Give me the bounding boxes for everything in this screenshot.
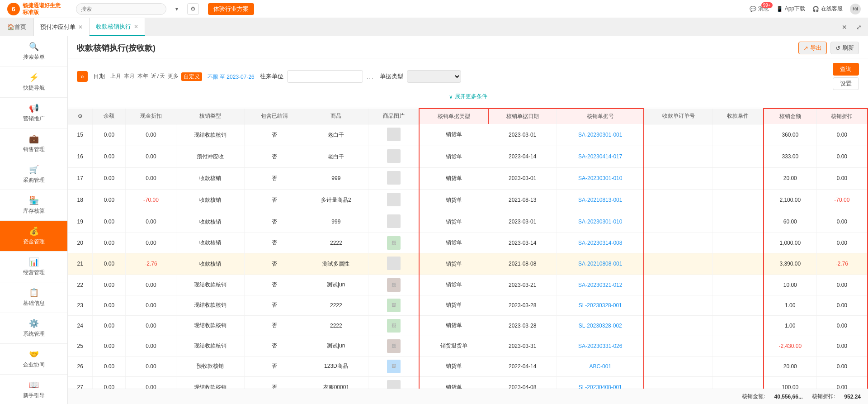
tab-home[interactable]: 🏠 首页 — [0, 18, 34, 36]
product-image-cell: 🖼 — [368, 233, 420, 253]
footer-total-discount: 952.24 — [844, 394, 861, 400]
table-row: 190.000.00收款核销否999销货单2023-03-01SA-202303… — [68, 211, 868, 233]
sidebar-item-guide[interactable]: 📖 新手引导 — [0, 375, 67, 404]
bill-type-select[interactable] — [407, 70, 461, 83]
app-logo: 6 畅捷通谱好生意 标准版 — [7, 2, 71, 15]
sidebar-item-collab[interactable]: 🤝 企业协同 — [0, 344, 67, 375]
bill-no-link[interactable]: SA-20230314-008 — [578, 240, 622, 246]
avatar[interactable]: Rit — [850, 4, 861, 14]
gear-icon: ⚙️ — [29, 318, 39, 328]
app-download[interactable]: 📱 App下载 — [776, 5, 805, 13]
date-last-month[interactable]: 上月 — [110, 72, 121, 81]
table-row: 240.000.00现结收款核销否2222🖼销货单2023-03-28SL-20… — [68, 315, 868, 336]
download-icon: 📱 — [776, 6, 783, 12]
sidebar-item-search[interactable]: 🔍 搜索菜单 — [0, 36, 67, 67]
data-table: ⚙ 余额 现金折扣 核销类型 包含已结清 商品 商品图片 核销单据类型 核销单据… — [68, 108, 868, 389]
col-verify-discount: 核销折扣 — [816, 109, 868, 124]
gear-icon[interactable]: ⚙ — [187, 3, 199, 15]
export-icon: ↗ — [803, 45, 808, 52]
filter-bar: » 日期 上月 本月 本年 近7天 更多 自定义 不限 至 2023-07-26… — [68, 58, 868, 108]
home-icon: 🏠 — [7, 24, 14, 30]
tab-close-prepay[interactable]: ✕ — [78, 24, 83, 30]
product-image-placeholder: 🖼 — [387, 236, 401, 250]
bell-icon: 💬 — [750, 6, 756, 12]
refresh-button[interactable]: ↺ 刷新 — [830, 42, 859, 54]
book-icon: 📖 — [29, 380, 39, 390]
col-verify-type: 核销类型 — [176, 109, 245, 124]
bill-no-link[interactable]: SA-20230301-001 — [578, 132, 622, 138]
col-bill-type: 核销单据类型 — [419, 109, 488, 124]
table-row: 160.000.00预付冲应收否老白干销货单2023-04-14SA-20230… — [68, 146, 868, 167]
col-include-settled: 包含已结清 — [245, 109, 304, 124]
page-header: 收款核销执行(按收款) ↗ 导出 ↺ 刷新 — [68, 36, 868, 58]
bill-no-link[interactable]: SA-20230414-017 — [578, 153, 622, 160]
product-image-placeholder: 🖼 — [387, 360, 401, 373]
bill-type-label: 单据类型 — [380, 72, 403, 81]
bill-no-link[interactable]: SA-20230331-026 — [578, 343, 622, 349]
sidebar-item-purchase[interactable]: 🛒 采购管理 — [0, 159, 67, 190]
date-7days[interactable]: 近7天 — [151, 72, 165, 81]
product-image-placeholder — [387, 128, 401, 141]
expand-conditions-btn[interactable]: ∨ 展开更多条件 — [77, 93, 859, 100]
logo-icon: 6 — [7, 3, 20, 15]
online-service[interactable]: 🎧 在线客服 — [812, 5, 843, 13]
table-row: 250.000.00现结收款核销否测试jun🖼销货退货单2023-03-31SA… — [68, 336, 868, 356]
col-bill-date: 核销单据日期 — [488, 109, 557, 124]
sidebar: 🔍 搜索菜单 ⚡ 快捷导航 📢 营销推广 💼 销售管理 🛒 采购管理 🏪 库存核… — [0, 36, 68, 404]
filter-expand-btn[interactable]: » — [77, 71, 88, 82]
bill-no-link[interactable]: SA-20210813-001 — [578, 197, 622, 203]
sidebar-item-finance[interactable]: 💰 资金管理 — [0, 221, 67, 252]
bill-no-link[interactable]: SA-20230301-010 — [578, 219, 622, 225]
product-image-placeholder: 🖼 — [387, 339, 401, 353]
table-row: 260.000.00预收款核销否123D商品🖼销货单2022-04-14ABC-… — [68, 356, 868, 376]
notification-bell[interactable]: 💬 消息 99+ — [750, 5, 769, 13]
footer-amount-label: 核销金额: — [742, 393, 765, 400]
sidebar-item-operations[interactable]: 📊 经营管理 — [0, 252, 67, 282]
bill-no-link[interactable]: SL-20230328-001 — [579, 302, 622, 309]
trial-button[interactable]: 体验行业方案 — [208, 3, 254, 15]
bill-no-link[interactable]: SL-20230328-002 — [579, 323, 622, 329]
sidebar-item-sales[interactable]: 💼 销售管理 — [0, 128, 67, 159]
date-this-year[interactable]: 本年 — [137, 72, 148, 81]
dropdown-btn[interactable]: ▾ — [175, 6, 178, 12]
settings-button[interactable]: 设置 — [833, 77, 859, 90]
sidebar-item-system[interactable]: ⚙️ 系统管理 — [0, 313, 67, 344]
col-receipt-order: 收款单订单号 — [644, 109, 712, 124]
table-row: 230.000.00现结收款核销否2222🖼销货单2023-03-28SL-20… — [68, 295, 868, 315]
data-table-container: ⚙ 余额 现金折扣 核销类型 包含已结清 商品 商品图片 核销单据类型 核销单据… — [68, 108, 868, 389]
export-button[interactable]: ↗ 导出 — [798, 42, 827, 54]
bill-no-link[interactable]: ABC-001 — [589, 363, 611, 370]
date-custom[interactable]: 自定义 — [181, 72, 202, 81]
partner-input[interactable] — [287, 70, 363, 83]
partner-filter: 往来单位 ... — [260, 70, 374, 83]
sidebar-item-marketing[interactable]: 📢 营销推广 — [0, 98, 67, 128]
table-row: 200.000.00收款核销否2222🖼销货单2023-03-14SA-2023… — [68, 233, 868, 253]
bill-no-link[interactable]: SA-20230321-012 — [578, 282, 622, 288]
col-settings[interactable]: ⚙ — [68, 109, 93, 124]
tab-close-verify[interactable]: ✕ — [134, 24, 138, 30]
sidebar-item-inventory[interactable]: 🏪 库存核算 — [0, 190, 67, 221]
tab-bar: 🏠 首页 预付冲应付单 ✕ 收款核销执行 ✕ ✕ ⤢ — [0, 18, 868, 36]
tab-bar-actions: ✕ ⤢ — [839, 22, 868, 33]
product-image-cell — [368, 376, 420, 389]
date-this-month[interactable]: 本月 — [124, 72, 135, 81]
search-icon: 🔍 — [29, 42, 39, 52]
table-row: 210.00-2.76收款核销否测试多属性销货单2021-08-08SA-202… — [68, 253, 868, 275]
tab-prepay[interactable]: 预付冲应付单 ✕ — [34, 18, 90, 36]
sidebar-item-quicknav[interactable]: ⚡ 快捷导航 — [0, 67, 67, 98]
tab-verify[interactable]: 收款核销执行 ✕ — [90, 18, 145, 36]
top-bar-right: 💬 消息 99+ 📱 App下载 🎧 在线客服 Rit — [750, 4, 861, 14]
bill-no-link[interactable]: SA-20210808-001 — [578, 261, 622, 267]
tab-expand-icon[interactable]: ⤢ — [854, 22, 864, 33]
query-button[interactable]: 查询 — [833, 63, 859, 76]
sidebar-item-basic[interactable]: 📋 基础信息 — [0, 282, 67, 313]
product-image-cell: 🖼 — [368, 356, 420, 376]
bill-no-link[interactable]: SA-20230301-010 — [578, 175, 622, 181]
date-more[interactable]: 更多 — [168, 72, 179, 81]
table-footer: 核销金额: 40,556,66... 核销折扣: 952.24 — [68, 389, 868, 404]
product-image-placeholder: 🖼 — [387, 299, 401, 312]
bill-no-link[interactable]: SL-20230408-001 — [579, 384, 622, 389]
search-input[interactable] — [76, 3, 166, 15]
product-image-cell — [368, 124, 420, 146]
tab-close-all-icon[interactable]: ✕ — [839, 22, 850, 33]
